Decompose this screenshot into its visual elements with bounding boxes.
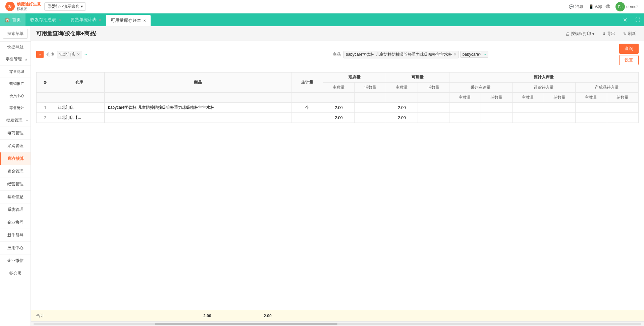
row-avail-main-1: 2.00 <box>386 113 418 123</box>
message-icon: 💬 <box>569 4 574 9</box>
tab-inventory[interactable]: 可用量库存账本 ✕ <box>106 15 151 26</box>
print-arrow-icon: ▾ <box>592 32 594 36</box>
sidebar-item-appstore[interactable]: 应用中心 <box>0 242 31 254</box>
content-area: 可用量查询(按仓库+商品) 🖨 按模板打印 ▾ ⬇ 导出 ↻ 刷新 » <box>31 26 644 326</box>
row-transit-aux-0 <box>544 103 575 113</box>
sidebar-item-retail-stats[interactable]: 零售统计 <box>0 102 31 114</box>
product-more[interactable]: ··· <box>483 52 486 57</box>
summary-avail-main: 2.00 <box>254 314 281 318</box>
row-avail-aux-0 <box>418 103 449 113</box>
col-avail-main: 主数量 <box>386 83 418 93</box>
sidebar-item-finance[interactable]: 资金管理 <box>0 165 31 178</box>
row-stock-main-1: 2.00 <box>323 113 355 123</box>
export-icon: ⬇ <box>602 32 606 36</box>
top-bar-left: 好 畅捷通好生意 标准版 母婴行业演示账套 ▾ <box>5 2 86 11</box>
row-prod-main-1 <box>575 113 607 123</box>
sidebar-item-system[interactable]: 系统管理 <box>0 203 31 216</box>
col-prod-aux: 辅数量 <box>607 93 638 103</box>
sidebar-item-guide[interactable]: 新手引导 <box>0 229 31 242</box>
product-filter-tags: babycare学饮杯 儿童防摔防撞吸管杯重力球吸嘴杯宝宝水杯 ✕ babyca… <box>343 51 616 58</box>
sidebar-item-retail-shop[interactable]: 零售商城 <box>0 66 31 78</box>
sidebar-item-member[interactable]: 会员中心 <box>0 90 31 102</box>
col-prod-main: 主数量 <box>575 93 607 103</box>
warehouse-label: 仓库 <box>46 52 54 57</box>
row-avail-aux-1 <box>418 113 449 123</box>
sidebar-item-purchase[interactable]: 采购管理 <box>0 140 31 152</box>
sidebar-item-vip[interactable]: 畅会员 <box>0 267 31 280</box>
main-layout: 搜索菜单 快捷导航 零售管理 ▲ 零售商城 营销推广 会员中心 零售统计 批发管… <box>0 26 644 326</box>
row-product-0: babycare学饮杯 儿童防摔防撞吸管杯重力球吸嘴杯宝宝水杯 <box>104 103 291 113</box>
scroll-bar-area <box>31 321 644 326</box>
tab-order[interactable]: 要货单统计表 ✕ <box>66 13 106 26</box>
sidebar-item-inventory-mgmt[interactable]: 库存核算 <box>0 152 31 165</box>
warehouse-more[interactable]: ··· <box>84 52 87 57</box>
filter-expand-btn[interactable]: » <box>36 51 44 58</box>
sidebar-item-retail[interactable]: 零售管理 ▲ <box>0 53 31 66</box>
nav-expand-btn[interactable]: ⛶ <box>631 13 644 26</box>
org-selector[interactable]: 母婴行业演示账套 ▾ <box>44 2 86 11</box>
col-transit-aux: 辅数量 <box>544 93 575 103</box>
export-btn[interactable]: ⬇ 导出 <box>600 30 618 38</box>
col-available-header: 可用量 <box>386 73 449 83</box>
query-btn[interactable]: 查询 <box>619 44 639 54</box>
data-table: ⚙ 仓库 商品 主计量 现存量 可用量 预计入库量 主数量 辅数量 主数量 辅数… <box>36 72 639 123</box>
close-inventory-tab[interactable]: ✕ <box>143 19 146 22</box>
filter-actions: 查询 设置 <box>619 44 639 65</box>
tab-receipt[interactable]: 收发存汇总表 ✕ <box>25 13 66 26</box>
scroll-track[interactable] <box>34 323 641 325</box>
col-purchase-subheader: 采购在途量 <box>449 83 512 93</box>
nav-close-btn[interactable]: ✕ <box>619 13 631 26</box>
row-purchase-main-1 <box>449 113 481 123</box>
search-menu-btn[interactable]: 搜索菜单 <box>3 29 28 39</box>
row-prod-main-0 <box>575 103 607 113</box>
refresh-icon: ↻ <box>623 32 627 36</box>
sidebar-item-operations[interactable]: 经营管理 <box>0 178 31 191</box>
table-container: ⚙ 仓库 商品 主计量 现存量 可用量 预计入库量 主数量 辅数量 主数量 辅数… <box>31 68 644 310</box>
close-order-tab[interactable]: ✕ <box>99 18 101 22</box>
sidebar: 搜索菜单 快捷导航 零售管理 ▲ 零售商城 营销推广 会员中心 零售统计 批发管… <box>0 26 31 326</box>
sidebar-item-marketing[interactable]: 营销推广 <box>0 78 31 90</box>
summary-values: 2.00 2.00 <box>87 314 639 318</box>
refresh-btn[interactable]: ↻ 刷新 <box>621 30 639 38</box>
sidebar-item-wholesale[interactable]: 批发管理 ▾ <box>0 114 31 127</box>
message-btn[interactable]: 💬 消息 <box>569 4 583 9</box>
sidebar-item-enterprise[interactable]: 企业协同 <box>0 216 31 229</box>
product-tag-2[interactable]: babycare? ··· <box>460 51 488 58</box>
row-warehouse-1: 江北门店【... <box>54 113 104 123</box>
row-unit-0: 个 <box>291 103 323 113</box>
sidebar-item-ecommerce[interactable]: 电商管理 <box>0 127 31 140</box>
row-stock-aux-0 <box>355 103 386 113</box>
download-icon: 📱 <box>589 4 594 9</box>
remove-warehouse-tag[interactable]: ✕ <box>77 52 80 57</box>
scroll-thumb[interactable] <box>155 323 337 325</box>
col-unit-header: 主计量 <box>291 73 323 93</box>
product-tag-1[interactable]: babycare学饮杯 儿童防摔防撞吸管杯重力球吸嘴杯宝宝水杯 ✕ <box>343 51 459 58</box>
col-transit-subheader: 进货待入量 <box>512 83 575 93</box>
sidebar-item-wechat[interactable]: 企业微信 <box>0 254 31 267</box>
quick-nav-btn[interactable]: 快捷导航 <box>0 42 31 53</box>
col-settings-header[interactable]: ⚙ <box>37 73 54 93</box>
home-icon: 🏠 <box>5 17 10 22</box>
row-avail-main-0: 2.00 <box>386 103 418 113</box>
row-num-1: 2 <box>37 113 54 123</box>
row-purchase-aux-0 <box>481 103 512 113</box>
col-incoming-header: 预计入库量 <box>449 73 638 83</box>
row-transit-main-1 <box>512 113 544 123</box>
print-btn[interactable]: 🖨 按模板打印 ▾ <box>563 30 597 38</box>
warehouse-filter-tags: 江北门店 ✕ ··· <box>57 51 330 58</box>
close-receipt-tab[interactable]: ✕ <box>58 18 61 22</box>
settings-btn[interactable]: 设置 <box>619 55 639 65</box>
warehouse-tag[interactable]: 江北门店 ✕ <box>57 51 82 58</box>
col-stock-aux: 辅数量 <box>355 83 386 93</box>
user-area[interactable]: Ea demo2 <box>615 2 639 11</box>
remove-product-tag-1[interactable]: ✕ <box>453 52 457 57</box>
col-purchase-aux: 辅数量 <box>481 93 512 103</box>
row-transit-main-0 <box>512 103 544 113</box>
download-btn[interactable]: 📱 App下载 <box>589 4 610 9</box>
tab-home[interactable]: 🏠 首页 <box>0 13 25 26</box>
summary-bar: 合计 2.00 2.00 <box>31 310 644 321</box>
logo-area: 好 畅捷通好生意 标准版 <box>5 2 41 11</box>
logo-text: 畅捷通好生意 标准版 <box>17 2 41 11</box>
row-stock-main-0: 2.00 <box>323 103 355 113</box>
sidebar-item-basic[interactable]: 基础信息 <box>0 191 31 203</box>
